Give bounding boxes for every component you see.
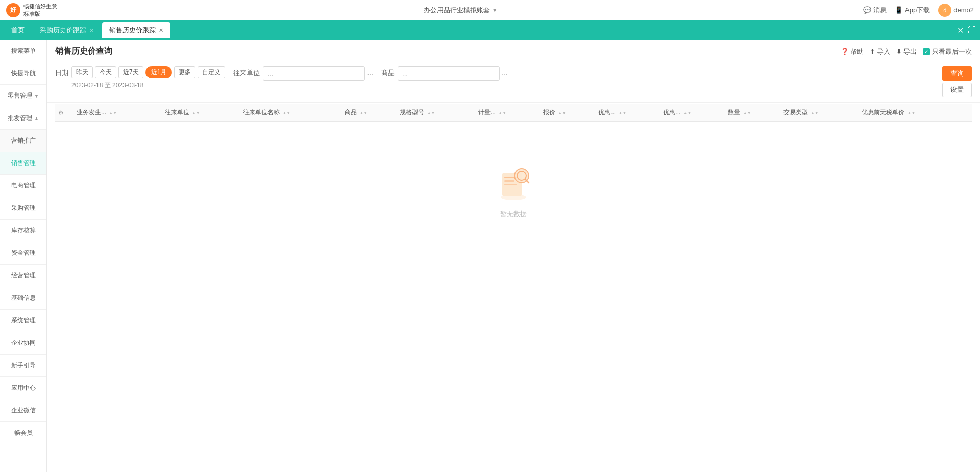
date-btn-7days[interactable]: 近7天 [118, 66, 143, 78]
sort-trade-type: ▲▼ [811, 111, 819, 115]
message-btn[interactable]: 💬 消息 [863, 6, 887, 15]
query-button[interactable]: 查询 [942, 66, 972, 81]
empty-text: 暂无数据 [500, 209, 527, 219]
date-range-display: 2023-02-18 至 2023-03-18 [71, 81, 225, 90]
message-icon: 💬 [863, 6, 871, 14]
th-discount1[interactable]: 优惠... ▲▼ [595, 104, 660, 122]
sidebar-item-wholesale[interactable]: 批发管理 ▲ [0, 107, 46, 130]
date-btn-yesterday[interactable]: 昨天 [71, 66, 93, 78]
th-goods[interactable]: 商品 ▲▼ [341, 104, 397, 122]
app-download-btn[interactable]: 📱 App下载 [895, 6, 930, 15]
export-btn[interactable]: ⬇ 导出 [896, 47, 917, 56]
app-title: 办公用品行业模拟账套 [424, 6, 490, 15]
date-label: 日期 [55, 66, 68, 78]
th-unit-name[interactable]: 往来单位名称 ▲▼ [240, 104, 341, 122]
tab-sales-history[interactable]: 销售历史价跟踪 ✕ [102, 22, 170, 38]
sidebar: 搜索菜单 快捷导航 零售管理 ▼ 批发管理 ▲ 营销推广 销售管理 电商管理 采 [0, 40, 47, 472]
th-quantity[interactable]: 数量 ▲▼ [725, 104, 780, 122]
date-btn-today[interactable]: 今天 [95, 66, 116, 78]
logo-text: 畅捷信好生意 标准版 [23, 3, 57, 17]
sidebar-item-wechat[interactable]: 企业微信 [0, 399, 46, 422]
import-icon: ⬆ [870, 48, 875, 55]
date-options: 昨天 今天 近7天 近1月 更多 自定义 2023-02-18 至 2023-0… [71, 66, 225, 90]
sort-quantity: ▲▼ [743, 111, 751, 115]
search-menu-label: 搜索菜单 [11, 46, 36, 55]
sidebar-item-inventory[interactable]: 库存核算 [0, 220, 46, 242]
sidebar-item-app-center[interactable]: 应用中心 [0, 377, 46, 399]
date-btn-1month[interactable]: 近1月 [145, 66, 173, 78]
sidebar-item-marketing[interactable]: 营销推广 [0, 130, 46, 152]
import-btn[interactable]: ⬆ 导入 [870, 47, 890, 56]
table-area: ⚙ 业务发生... ▲▼ 往来单位 ▲▼ 往来单位名称 [47, 104, 980, 259]
main-layout: 搜索菜单 快捷导航 零售管理 ▼ 批发管理 ▲ 营销推广 销售管理 电商管理 采 [0, 40, 980, 472]
close-window-btn[interactable]: ✕ [957, 26, 964, 35]
only-last-checkbox-area[interactable]: ✓ 只看最后一次 [923, 47, 972, 56]
sidebar-item-purchase[interactable]: 采购管理 [0, 197, 46, 220]
sort-no-tax-price: ▲▼ [908, 111, 916, 115]
content-area: 销售历史价查询 ❓ 帮助 ⬆ 导入 ⬇ 导出 ✓ [47, 40, 980, 472]
page-container: 销售历史价查询 ❓ 帮助 ⬆ 导入 ⬇ 导出 ✓ [47, 40, 980, 472]
sidebar-item-quick-nav[interactable]: 快捷导航 [0, 62, 46, 85]
tab-bar-right: ✕ ⛶ [957, 26, 976, 35]
sort-unit-name: ▲▼ [282, 111, 290, 115]
th-biz-date[interactable]: 业务发生... ▲▼ [74, 104, 162, 122]
th-unit-code[interactable]: 往来单位 ▲▼ [162, 104, 240, 122]
user-avatar-btn[interactable]: d demo2 [938, 4, 974, 17]
settings-icon[interactable]: ⚙ [58, 109, 64, 116]
sidebar-item-enterprise[interactable]: 企业协同 [0, 332, 46, 355]
date-filter-group: 日期 昨天 今天 近7天 近1月 更多 自定义 2023-02-18 至 202… [55, 66, 225, 90]
th-discount2[interactable]: 优惠... ▲▼ [660, 104, 725, 122]
tab-purchase-close[interactable]: ✕ [89, 27, 94, 34]
sidebar-item-system[interactable]: 系统管理 [0, 310, 46, 332]
top-bar-right: 💬 消息 📱 App下载 d demo2 [863, 4, 974, 17]
sort-biz-date: ▲▼ [109, 111, 117, 115]
username-label: demo2 [953, 6, 974, 14]
goods-picker[interactable]: ··· [502, 69, 508, 78]
source-unit-label: 往来单位 [233, 66, 260, 78]
source-unit-picker[interactable]: ··· [367, 69, 373, 78]
sort-unit-code: ▲▼ [192, 111, 200, 115]
filter-area: 日期 昨天 今天 近7天 近1月 更多 自定义 2023-02-18 至 202… [47, 61, 980, 103]
tab-home[interactable]: 首页 [4, 22, 32, 38]
date-btn-more[interactable]: 更多 [174, 66, 195, 78]
sidebar-item-operations[interactable]: 经营管理 [0, 265, 46, 287]
sidebar-item-guide[interactable]: 新手引导 [0, 355, 46, 377]
tab-bar: 首页 采购历史价跟踪 ✕ 销售历史价跟踪 ✕ ✕ ⛶ [0, 20, 980, 40]
th-unit[interactable]: 计量... ▲▼ [475, 104, 540, 122]
goods-input[interactable] [398, 66, 500, 81]
sort-discount2: ▲▼ [683, 111, 692, 115]
source-unit-filter-group: 往来单位 ··· [233, 66, 373, 81]
maximize-btn[interactable]: ⛶ [968, 26, 976, 35]
help-btn[interactable]: ❓ 帮助 [841, 47, 864, 56]
sidebar-item-members[interactable]: 畅会员 [0, 422, 46, 444]
filter-right: 查询 设置 [942, 66, 972, 97]
th-settings[interactable]: ⚙ [55, 104, 74, 122]
sidebar-item-finance[interactable]: 资金管理 [0, 242, 46, 265]
sort-spec: ▲▼ [427, 111, 435, 115]
goods-label: 商品 [381, 66, 395, 78]
source-unit-input[interactable] [263, 66, 365, 81]
app-title-dropdown[interactable]: ▾ [493, 6, 497, 14]
setting-button[interactable]: 设置 [942, 83, 972, 97]
th-price[interactable]: 报价 ▲▼ [540, 104, 595, 122]
sidebar-item-retail[interactable]: 零售管理 ▼ [0, 85, 46, 107]
tab-purchase-history[interactable]: 采购历史价跟踪 ✕ [33, 22, 101, 38]
only-last-checkbox[interactable]: ✓ [923, 48, 930, 55]
sidebar-item-search[interactable]: 搜索菜单 [0, 40, 46, 62]
page-actions: ❓ 帮助 ⬆ 导入 ⬇ 导出 ✓ 只看最后一次 [841, 47, 972, 56]
goods-filter-group: 商品 ··· [381, 66, 508, 81]
export-icon: ⬇ [896, 48, 902, 55]
sort-goods: ▲▼ [359, 111, 368, 115]
page-header: 销售历史价查询 ❓ 帮助 ⬆ 导入 ⬇ 导出 ✓ [47, 40, 980, 61]
retail-arrow: ▼ [34, 93, 39, 99]
sidebar-item-ecommerce[interactable]: 电商管理 [0, 175, 46, 197]
th-spec[interactable]: 规格型号 ▲▼ [397, 104, 475, 122]
th-trade-type[interactable]: 交易类型 ▲▼ [780, 104, 859, 122]
date-btn-custom[interactable]: 自定义 [198, 66, 225, 78]
sidebar-item-basic-info[interactable]: 基础信息 [0, 287, 46, 310]
tab-sales-close[interactable]: ✕ [159, 27, 163, 34]
table-header-row: ⚙ 业务发生... ▲▼ 往来单位 ▲▼ 往来单位名称 [55, 104, 972, 122]
svg-rect-4 [504, 184, 517, 185]
th-no-tax-price[interactable]: 优惠前无税单价 ▲▼ [859, 104, 972, 122]
sidebar-item-sales[interactable]: 销售管理 [0, 152, 46, 175]
